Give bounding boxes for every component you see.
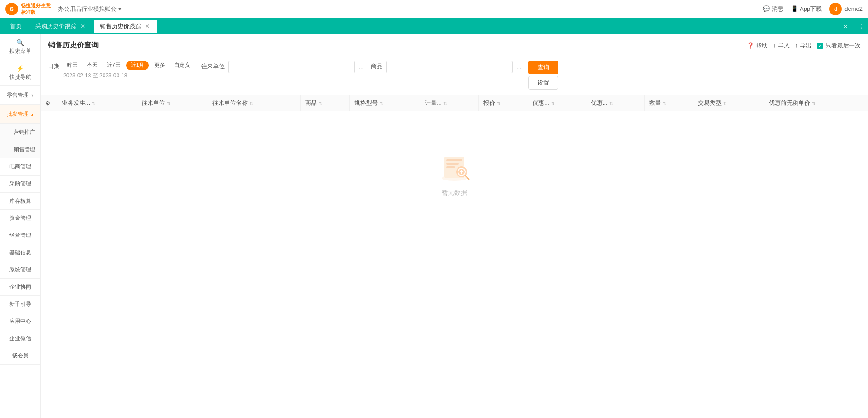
- th-quoted-price-label: 报价: [483, 99, 495, 107]
- th-partner-name[interactable]: 往来单位名称 ⇅: [208, 95, 301, 111]
- th-biz-date[interactable]: 业务发生... ⇅: [57, 95, 137, 111]
- header-right: 💬 消息 📱 App下载 d demo2: [763, 3, 863, 15]
- data-table: ⚙ 业务发生... ⇅ 往来单位: [41, 95, 868, 111]
- sidebar-item-search-menu[interactable]: 🔍 搜索菜单: [0, 34, 40, 60]
- th-partner-code-label: 往来单位: [142, 99, 165, 107]
- date-btn-today[interactable]: 今天: [83, 61, 101, 70]
- sidebar-label-marketing: 营销推广: [14, 128, 35, 136]
- tab-purchase-close-icon[interactable]: ✕: [79, 23, 86, 30]
- date-btn-last7days[interactable]: 近7天: [103, 61, 124, 70]
- filter-area: 日期 昨天 今天 近7天 近1月 更多 自定义 2023-02-18 至 202…: [41, 55, 868, 95]
- sidebar-label-purchase: 采购管理: [9, 180, 31, 188]
- partner-filter-group: 往来单位 ...: [201, 61, 363, 73]
- sidebar-item-member[interactable]: 畅会员: [0, 347, 40, 365]
- tab-purchase-history[interactable]: 采购历史价跟踪 ✕: [29, 20, 93, 33]
- sort-icon: ⇅: [92, 101, 95, 106]
- tab-sales-close-icon[interactable]: ✕: [144, 23, 151, 30]
- sidebar-item-guide[interactable]: 新手引导: [0, 296, 40, 313]
- th-partner-code[interactable]: 往来单位 ⇅: [137, 95, 208, 111]
- th-quantity[interactable]: 数量 ⇅: [644, 95, 693, 111]
- sidebar-item-purchase[interactable]: 采购管理: [0, 176, 40, 193]
- sidebar-item-app-center[interactable]: 应用中心: [0, 313, 40, 330]
- date-btn-yesterday[interactable]: 昨天: [63, 61, 81, 70]
- avatar: d: [829, 3, 842, 15]
- table-header-row: ⚙ 业务发生... ⇅ 往来单位: [41, 95, 868, 111]
- tab-close-all-button[interactable]: ✕: [840, 21, 851, 32]
- empty-illustration: [436, 147, 472, 184]
- chevron-down-icon: ▾: [31, 93, 33, 98]
- th-trade-type[interactable]: 交易类型 ⇅: [693, 95, 764, 111]
- help-button[interactable]: ❓ 帮助: [747, 42, 768, 50]
- tab-home[interactable]: 首页: [4, 20, 28, 33]
- svg-rect-2: [446, 159, 462, 161]
- query-button[interactable]: 查询: [528, 61, 558, 74]
- tab-fullscreen-button[interactable]: ⛶: [854, 21, 864, 32]
- header-left: 6 畅捷通好生意 标准版 办公用品行业模拟账套 ▾: [5, 2, 125, 15]
- sidebar-label-wholesale-mgmt: 批发管理: [7, 110, 28, 118]
- th-discount1[interactable]: 优惠... ⇅: [528, 95, 586, 111]
- partner-input[interactable]: [228, 61, 355, 73]
- user-area[interactable]: d demo2: [829, 3, 863, 15]
- th-unit[interactable]: 计量... ⇅: [420, 95, 479, 111]
- sidebar-item-system[interactable]: 系统管理: [0, 261, 40, 279]
- th-settings[interactable]: ⚙: [41, 95, 57, 111]
- filter-buttons: 查询 设置: [528, 61, 558, 90]
- sidebar-item-sales-mgmt[interactable]: 销售管理: [0, 141, 40, 158]
- date-btn-last1month[interactable]: 近1月: [126, 61, 149, 70]
- partner-input-group: ...: [228, 61, 363, 73]
- sidebar-item-operation[interactable]: 经营管理: [0, 227, 40, 244]
- svg-rect-4: [446, 166, 455, 168]
- date-filter-group: 日期 昨天 今天 近7天 近1月 更多 自定义 2023-02-18 至 202…: [48, 61, 194, 80]
- sidebar-label-search-menu: 搜索菜单: [9, 48, 31, 55]
- svg-rect-3: [446, 163, 459, 165]
- sidebar-item-wholesale-mgmt[interactable]: 批发管理 ▴: [0, 105, 40, 124]
- app-selector[interactable]: 办公用品行业模拟账套 ▾: [54, 3, 125, 15]
- message-action[interactable]: 💬 消息: [763, 5, 783, 13]
- search-icon: 🔍: [16, 39, 24, 46]
- th-discount2[interactable]: 优惠... ⇅: [586, 95, 644, 111]
- sidebar-item-ecommerce[interactable]: 电商管理: [0, 158, 40, 176]
- sidebar-label-sales-mgmt: 销售管理: [14, 146, 35, 153]
- only-last-label: 只看最后一次: [826, 42, 861, 50]
- import-label: 导入: [778, 42, 790, 50]
- sidebar-label-system: 系统管理: [9, 266, 31, 274]
- tab-sales-history[interactable]: 销售历史价跟踪 ✕: [94, 20, 157, 33]
- message-label: 消息: [772, 5, 783, 13]
- sidebar-label-enterprise-collab: 企业协同: [9, 283, 31, 291]
- th-pre-tax-price[interactable]: 优惠前无税单价 ⇅: [764, 95, 868, 111]
- import-button[interactable]: ↓ 导入: [773, 42, 790, 50]
- tab-bar: 首页 采购历史价跟踪 ✕ 销售历史价跟踪 ✕ ✕ ⛶: [0, 18, 868, 34]
- th-product[interactable]: 商品 ⇅: [300, 95, 349, 111]
- sidebar-label-retail-mgmt: 零售管理: [7, 91, 28, 99]
- sidebar-item-capital[interactable]: 资金管理: [0, 210, 40, 227]
- sidebar-item-enterprise-collab[interactable]: 企业协同: [0, 279, 40, 296]
- date-btn-custom[interactable]: 自定义: [170, 61, 194, 70]
- quick-nav-icon: ⚡: [16, 65, 24, 72]
- th-discount2-label: 优惠...: [591, 99, 608, 107]
- sidebar-item-enterprise-wechat[interactable]: 企业微信: [0, 330, 40, 347]
- avatar-letter: d: [834, 6, 837, 12]
- export-button[interactable]: ↑ 导出: [795, 42, 812, 50]
- product-input[interactable]: [386, 61, 513, 73]
- help-label: 帮助: [756, 42, 768, 50]
- sort-icon: ⇅: [609, 101, 613, 106]
- th-spec[interactable]: 规格型号 ⇅: [349, 95, 420, 111]
- sidebar-item-quick-nav[interactable]: ⚡ 快捷导航: [0, 60, 40, 86]
- sidebar-item-inventory[interactable]: 库存核算: [0, 193, 40, 210]
- sidebar-item-marketing[interactable]: 营销推广: [0, 124, 40, 141]
- only-last-checkbox[interactable]: ✓ 只看最后一次: [817, 42, 861, 50]
- sidebar-label-ecommerce: 电商管理: [9, 163, 31, 171]
- import-icon: ↓: [773, 42, 776, 49]
- page-header: 销售历史价查询 ❓ 帮助 ↓ 导入 ↑ 导出 ✓: [41, 34, 868, 55]
- sort-icon: ⇅: [319, 101, 322, 106]
- sidebar-item-basic-info[interactable]: 基础信息: [0, 244, 40, 261]
- date-btn-more[interactable]: 更多: [151, 61, 169, 70]
- settings-button[interactable]: 设置: [528, 76, 558, 90]
- app-download-action[interactable]: 📱 App下载: [791, 5, 822, 13]
- sidebar-item-retail-mgmt[interactable]: 零售管理 ▾: [0, 86, 40, 105]
- th-quoted-price[interactable]: 报价 ⇅: [479, 95, 528, 111]
- export-icon: ↑: [795, 42, 798, 49]
- app-selector-text: 办公用品行业模拟账套: [58, 5, 117, 13]
- logo-text: 畅捷通好生意 标准版: [21, 2, 51, 15]
- sidebar-label-member: 畅会员: [12, 352, 28, 360]
